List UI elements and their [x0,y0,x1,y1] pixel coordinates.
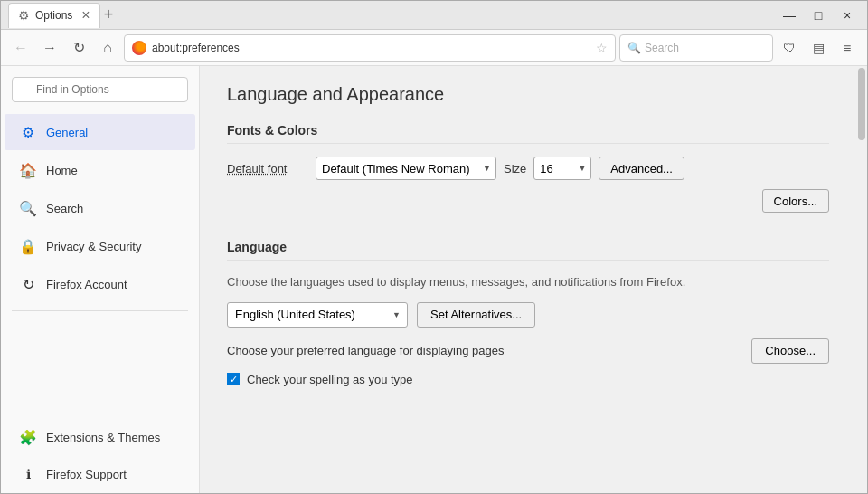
new-tab-button[interactable]: + [104,5,114,24]
menu-button[interactable]: ≡ [835,35,860,61]
language-section: Language Choose the languages used to di… [227,240,829,386]
home-button[interactable]: ⌂ [95,35,120,61]
colors-button[interactable]: Colors... [762,189,829,213]
address-bar[interactable]: about:preferences ☆ [124,34,616,62]
spell-check-checkbox[interactable]: ✓ [227,373,240,385]
preferred-lang-label: Choose your preferred language for displ… [227,344,504,357]
general-label: General [46,126,88,139]
size-select[interactable]: 16 [533,157,591,180]
toolbar: ← → ↻ ⌂ about:preferences ☆ 🔍 Search 🛡 ▤… [1,30,867,66]
search-bar-placeholder: Search [645,42,765,54]
options-tab[interactable]: ⚙ Options × [8,3,100,28]
bookmark-star-icon[interactable]: ☆ [596,41,608,55]
scrollbar-thumb[interactable] [858,68,865,140]
browser-search-bar[interactable]: 🔍 Search [619,34,773,62]
main-area: 🔍 ⚙ General 🏠 Home 🔍 Search 🔒 Privacy & … [1,66,867,493]
content-wrapper: Language and Appearance Fonts & Colors D… [200,66,867,493]
tab-title: Options [35,9,72,22]
privacy-icon: 🔒 [19,237,37,255]
titlebar: ⚙ Options × + — □ × [1,1,867,30]
sidebar-item-search[interactable]: 🔍 Search [5,190,195,226]
nav-bottom: 🧩 Extensions & Themes ℹ Firefox Support [1,418,199,493]
colors-btn-row: Colors... [227,189,829,213]
language-select[interactable]: English (United States) [227,302,408,328]
extensions-label: Extensions & Themes [46,431,160,444]
default-font-row: Default font Default (Times New Roman) S… [227,157,829,180]
search-label: Search [46,202,83,215]
language-desc: Choose the languages used to display men… [227,273,829,291]
sidebar-item-support[interactable]: ℹ Firefox Support [5,456,195,492]
address-text: about:preferences [152,42,590,54]
back-button[interactable]: ← [8,35,33,61]
find-options-bar: 🔍 [1,66,199,113]
sidebar-item-home[interactable]: 🏠 Home [5,152,195,188]
default-font-label: Default font [227,162,308,176]
checkbox-checkmark: ✓ [230,374,238,385]
fonts-colors-section: Fonts & Colors Default font Default (Tim… [227,123,829,213]
font-select[interactable]: Default (Times New Roman) [316,157,496,180]
size-label: Size [504,162,526,176]
tab-icon: ⚙ [18,8,30,23]
firefox-logo [132,41,146,55]
preferred-lang-row: Choose your preferred language for displ… [227,338,829,364]
tab-close-button[interactable]: × [81,7,90,24]
sidebar-item-firefox-account[interactable]: ↻ Firefox Account [5,266,195,302]
content-area: Language and Appearance Fonts & Colors D… [200,66,856,493]
page-title: Language and Appearance [227,84,829,105]
font-select-wrapper: Default (Times New Roman) [316,157,496,180]
search-nav-icon: 🔍 [19,199,37,217]
firefox-account-icon: ↻ [19,275,37,293]
sidebar-toggle-button[interactable]: ▤ [806,35,831,61]
lang-select-wrapper: English (United States) [227,302,408,328]
extensions-icon: 🧩 [19,428,37,446]
sidebar-item-general[interactable]: ⚙ General [5,114,195,150]
privacy-label: Privacy & Security [46,240,141,253]
language-title: Language [227,240,829,261]
fonts-colors-title: Fonts & Colors [227,123,829,144]
sidebar-item-privacy[interactable]: 🔒 Privacy & Security [5,228,195,264]
refresh-button[interactable]: ↻ [66,35,91,61]
home-label: Home [46,164,78,177]
minimize-button[interactable]: — [777,6,802,24]
firefox-account-label: Firefox Account [46,278,127,291]
spell-check-label: Check your spelling as you type [247,373,413,386]
shield-icon-button[interactable]: 🛡 [777,35,802,61]
general-icon: ⚙ [19,123,37,141]
language-row: English (United States) Set Alternatives… [227,302,829,328]
window: ⚙ Options × + — □ × ← → ↻ ⌂ about:prefer… [0,0,868,494]
scrollbar[interactable] [856,66,867,493]
home-icon: 🏠 [19,161,37,179]
set-alternatives-button[interactable]: Set Alternatives... [417,302,535,328]
spell-check-row: ✓ Check your spelling as you type [227,373,829,386]
toolbar-right: 🛡 ▤ ≡ [777,35,860,61]
close-button[interactable]: × [835,6,860,24]
sidebar-item-extensions[interactable]: 🧩 Extensions & Themes [5,419,195,455]
sidebar: 🔍 ⚙ General 🏠 Home 🔍 Search 🔒 Privacy & … [1,66,200,493]
window-controls: — □ × [777,6,860,24]
size-select-wrapper: 16 [533,157,591,180]
advanced-button[interactable]: Advanced... [599,157,684,180]
find-options-input[interactable] [12,77,188,102]
forward-button[interactable]: → [37,35,62,61]
support-label: Firefox Support [46,468,127,481]
search-magnifier-icon: 🔍 [627,42,641,54]
maximize-button[interactable]: □ [806,6,831,24]
support-icon: ℹ [19,465,37,483]
find-input-wrapper: 🔍 [12,77,188,102]
choose-button[interactable]: Choose... [751,338,829,364]
nav-separator [12,310,188,311]
